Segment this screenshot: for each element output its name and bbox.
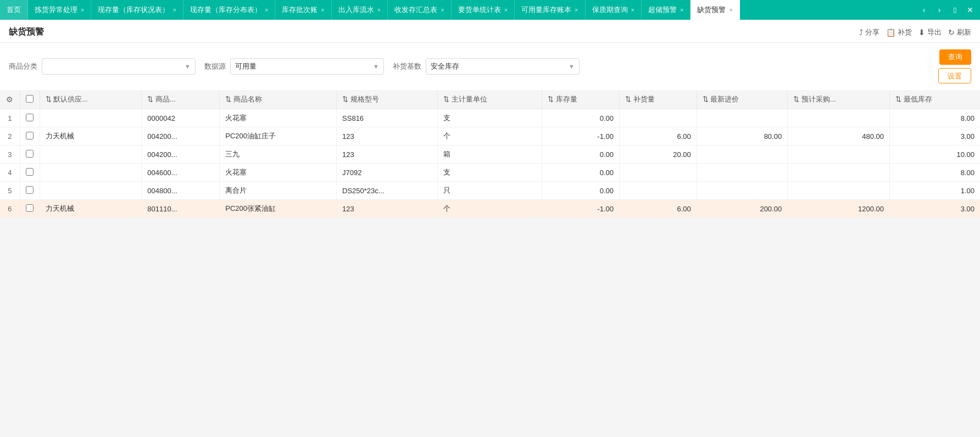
row-checkbox[interactable]: [26, 168, 34, 176]
table-row: 1 0000042 火花塞 SS816 支 0.00 8.00: [0, 109, 980, 127]
col-min-stock: ⇅ 最低库存: [890, 90, 981, 109]
replenish-base-select[interactable]: 安全库存 ▼: [426, 58, 580, 75]
replenish-action[interactable]: 📋 补货: [886, 27, 912, 37]
sort-name-icon[interactable]: ⇅: [225, 95, 231, 103]
close-tab-inout[interactable]: ×: [377, 7, 381, 13]
col-spec: ⇅ 规格型号: [337, 90, 438, 109]
query-button[interactable]: 查询: [939, 49, 971, 65]
nav-prev-btn[interactable]: ‹: [916, 2, 932, 18]
row-stock: -1.00: [542, 200, 620, 218]
gear-icon[interactable]: ⚙: [6, 95, 13, 104]
category-chevron-icon: ▼: [185, 63, 191, 70]
row-checkbox[interactable]: [26, 114, 34, 121]
tab-collect[interactable]: 收发存汇总表 ×: [388, 0, 451, 20]
tab-stock-status[interactable]: 现存量（库存状况表） ×: [91, 0, 183, 20]
row-supplier: [40, 109, 142, 127]
replenish-base-value: 安全库存: [431, 61, 569, 71]
close-tab-stock-dist[interactable]: ×: [265, 7, 268, 13]
row-unit: 个: [438, 200, 542, 218]
row-checkbox[interactable]: [26, 204, 34, 212]
close-tab-abnormal[interactable]: ×: [81, 7, 84, 13]
tab-shortage[interactable]: 缺货预警 ×: [691, 0, 739, 20]
row-product-code: 004200...: [142, 127, 220, 145]
row-stock: 0.00: [542, 164, 620, 182]
row-num: 5: [0, 182, 20, 200]
sort-stock-icon[interactable]: ⇅: [548, 95, 554, 103]
row-unit: 只: [438, 182, 542, 200]
tab-inout[interactable]: 出入库流水 ×: [332, 0, 388, 20]
row-est-purchase: [788, 145, 890, 164]
datasource-value: 可用量: [235, 61, 373, 71]
refresh-action[interactable]: ↻ 刷新: [948, 27, 971, 37]
sort-unit-icon[interactable]: ⇅: [443, 95, 449, 103]
row-replenish: 6.00: [619, 200, 697, 218]
row-product-name: 火花塞: [220, 164, 337, 182]
row-est-purchase: [788, 164, 890, 182]
tab-demand[interactable]: 要货单统计表 ×: [452, 0, 515, 20]
tab-stock-dist[interactable]: 现存量（库存分布表） ×: [183, 0, 275, 20]
row-supplier: [40, 145, 142, 164]
row-checkbox[interactable]: [26, 132, 34, 139]
sort-supplier-icon[interactable]: ⇅: [46, 95, 52, 103]
sort-est-icon[interactable]: ⇅: [793, 95, 799, 103]
close-tab-overstock[interactable]: ×: [680, 7, 683, 13]
row-min-stock: 8.00: [890, 164, 981, 182]
page-title: 缺货预警: [9, 26, 859, 38]
col-stock: ⇅ 库存量: [542, 90, 620, 109]
select-all-checkbox[interactable]: [26, 95, 34, 103]
tab-batch[interactable]: 库存批次账 ×: [275, 0, 331, 20]
table-row: 5 004800... 离合片 DS250*23c... 只 0.00 1.00: [0, 182, 980, 200]
row-checkbox[interactable]: [26, 186, 34, 194]
row-supplier: [40, 164, 142, 182]
nav-restore-btn[interactable]: ▯: [947, 2, 962, 18]
tab-overstock[interactable]: 超储预警 ×: [642, 0, 691, 20]
nav-next-btn[interactable]: ›: [932, 2, 947, 18]
datasource-label: 数据源: [204, 61, 226, 71]
tab-abnormal[interactable]: 拣货异常处理 ×: [28, 0, 91, 20]
top-nav: 首页 拣货异常处理 × 现存量（库存状况表） × 现存量（库存分布表） × 库存…: [0, 0, 980, 20]
row-num: 3: [0, 145, 20, 164]
close-tab-demand[interactable]: ×: [504, 7, 508, 13]
table-row: 6 力天机械 801110... PC200张紧油缸 123 个 -1.00 6…: [0, 200, 980, 218]
close-tab-batch[interactable]: ×: [321, 7, 324, 13]
row-product-code: 004600...: [142, 164, 220, 182]
row-est-purchase: [788, 182, 890, 200]
tab-available[interactable]: 可用量库存账本 ×: [515, 0, 585, 20]
row-supplier: 力天机械: [40, 127, 142, 145]
row-replenish: 6.00: [619, 127, 697, 145]
category-select[interactable]: ▼: [42, 58, 196, 75]
category-filter-group: 商品分类 ▼: [9, 58, 196, 75]
row-min-stock: 10.00: [890, 145, 981, 164]
row-checkbox[interactable]: [26, 150, 34, 158]
sort-min-icon[interactable]: ⇅: [895, 95, 901, 103]
page-header: 缺货预警 ⤴ 分享 📋 补货 ⬇ 导出 ↻ 刷新: [0, 20, 980, 43]
close-tab-available[interactable]: ×: [575, 7, 578, 13]
row-product-code: 0000042: [142, 109, 220, 127]
row-latest-price: [697, 109, 787, 127]
sort-code-icon[interactable]: ⇅: [147, 95, 153, 103]
sort-replenish-icon[interactable]: ⇅: [625, 95, 631, 103]
export-action[interactable]: ⬇ 导出: [918, 27, 942, 37]
nav-close-btn[interactable]: ✕: [962, 2, 978, 18]
share-action[interactable]: ⤴ 分享: [859, 27, 879, 37]
datasource-select[interactable]: 可用量 ▼: [230, 58, 384, 75]
sort-price-icon[interactable]: ⇅: [703, 95, 709, 103]
row-product-name: PC200油缸庄子: [220, 127, 337, 145]
row-product-name: 离合片: [220, 182, 337, 200]
row-replenish: [619, 164, 697, 182]
row-latest-price: [697, 164, 787, 182]
row-product-code: 004200...: [142, 145, 220, 164]
tab-home[interactable]: 首页: [0, 0, 28, 20]
filter-bar: 商品分类 ▼ 数据源 可用量 ▼ 补货基数 安全库存 ▼ 查询 设置: [0, 43, 980, 90]
row-checkbox-cell: [20, 127, 40, 145]
close-tab-shortage[interactable]: ×: [729, 7, 732, 13]
close-tab-expiry[interactable]: ×: [631, 7, 634, 13]
row-min-stock: 8.00: [890, 109, 981, 127]
settings-button[interactable]: 设置: [938, 68, 971, 83]
close-tab-collect[interactable]: ×: [441, 7, 444, 13]
col-gear: ⚙: [0, 90, 20, 109]
sort-spec-icon[interactable]: ⇅: [342, 95, 348, 103]
row-spec: 123: [337, 145, 438, 164]
tab-expiry[interactable]: 保质期查询 ×: [586, 0, 642, 20]
close-tab-stock-status[interactable]: ×: [172, 7, 176, 13]
